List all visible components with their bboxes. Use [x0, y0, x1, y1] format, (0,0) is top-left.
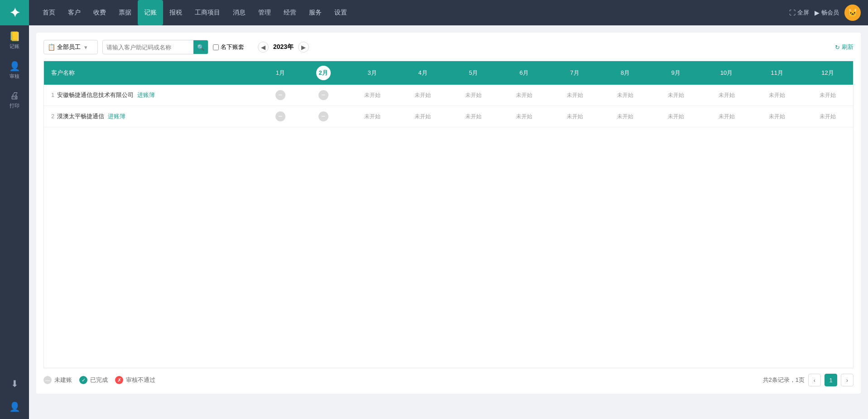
content-area: 📋 全部员工 ▾ 🔍 名下账套 ◀ — [29, 25, 868, 419]
status-cell: − — [300, 106, 347, 127]
nav-item-settings[interactable]: 设置 — [328, 0, 353, 25]
legend-label-not-built: 未建账 — [54, 376, 72, 384]
col-m3: 3月 — [347, 61, 398, 85]
sidebar-item-label-ledger: 记账 — [10, 43, 19, 50]
col-m7: 7月 — [550, 61, 600, 85]
status-cell: 未开始 — [600, 85, 651, 106]
sidebar-item-audit[interactable]: 👤 审核 — [0, 55, 29, 85]
support-icon: 👤 — [9, 401, 20, 412]
customer-name-cell: 1安徽畅捷通信息技术有限公司进账簿 — [44, 85, 261, 106]
current-page-button[interactable]: 1 — [825, 374, 837, 386]
nav-item-operation[interactable]: 经营 — [277, 0, 303, 25]
status-not-started: 未开始 — [415, 113, 431, 120]
status-minus-icon: − — [318, 111, 328, 121]
col-m6: 6月 — [499, 61, 550, 85]
sidebar-item-ledger[interactable]: 📒 记账 — [0, 25, 29, 55]
status-cell: 未开始 — [448, 85, 499, 106]
employee-select[interactable]: 📋 全部员工 ▾ — [43, 40, 98, 54]
audit-icon: 👤 — [9, 61, 20, 72]
main-card: 📋 全部员工 ▾ 🔍 名下账套 ◀ — [36, 33, 861, 394]
status-not-started: 未开始 — [617, 92, 633, 98]
legend-label-done: 已完成 — [90, 376, 108, 384]
status-cell: 未开始 — [701, 106, 752, 127]
col-m11: 11月 — [752, 61, 802, 85]
search-input-wrap: 🔍 — [102, 40, 208, 54]
next-year-button[interactable]: ▶ — [298, 42, 309, 53]
prev-year-button[interactable]: ◀ — [258, 42, 269, 53]
status-cell: 未开始 — [651, 106, 701, 127]
status-not-started: 未开始 — [820, 113, 836, 120]
status-cell: 未开始 — [550, 85, 600, 106]
status-not-started: 未开始 — [769, 113, 785, 120]
nav-item-business[interactable]: 工商项目 — [188, 0, 227, 25]
table-header-row: 客户名称 1月 2月 3月 4月 — [44, 61, 853, 85]
footer: — 未建账 ✓ 已完成 ✗ 审核不通过 共2条记录，1 — [43, 368, 854, 386]
next-page-icon: › — [846, 377, 848, 384]
prev-page-button[interactable]: ‹ — [808, 374, 821, 386]
col-m9: 9月 — [651, 61, 701, 85]
nav-item-billing[interactable]: 收费 — [87, 0, 112, 25]
legend-rejected: ✗ 审核不通过 — [115, 376, 155, 384]
status-cell: 未开始 — [802, 85, 853, 106]
sidebar-item-print[interactable]: 🖨 打印 — [0, 85, 29, 115]
col-m1: 1月 — [261, 61, 300, 85]
table-row: 2漠澳太平畅捷通信进账簿−−未开始未开始未开始未开始未开始未开始未开始未开始未开… — [44, 106, 853, 127]
nav-item-customer[interactable]: 客户 — [62, 0, 87, 25]
vip-button[interactable]: ▶ 畅会员 — [815, 9, 839, 17]
next-page-button[interactable]: › — [841, 374, 854, 386]
fullscreen-button[interactable]: ⛶ 全屏 — [789, 9, 809, 17]
nav-item-service[interactable]: 服务 — [303, 0, 328, 25]
enter-ledger-link[interactable]: 进账簿 — [137, 92, 155, 98]
status-cell: 未开始 — [651, 85, 701, 106]
status-minus-icon: − — [318, 90, 328, 100]
status-not-started: 未开始 — [668, 92, 684, 98]
status-cell: 未开始 — [550, 106, 600, 127]
employee-select-label: 全部员工 — [57, 43, 81, 51]
topnav: 首页 客户 收费 票据 记账 报税 工商项目 消息 管理 经营 服务 — [29, 0, 868, 25]
checkbox-label: 名下账套 — [221, 43, 244, 51]
pagination-info: 共2条记录，1页 — [763, 376, 805, 384]
checkbox-wrap: 名下账套 — [213, 43, 244, 51]
status-cell: 未开始 — [600, 106, 651, 127]
customer-name: 漠澳太平畅捷通信 — [57, 113, 104, 120]
ledger-table: 客户名称 1月 2月 3月 4月 — [44, 61, 853, 127]
sidebar-item-download[interactable]: ⬇ — [0, 373, 29, 396]
right-arrow-icon: ▶ — [301, 44, 306, 51]
col-m5: 5月 — [448, 61, 499, 85]
status-cell: − — [300, 85, 347, 106]
status-cell: − — [261, 85, 300, 106]
nav-item-invoice[interactable]: 票据 — [112, 0, 138, 25]
ledger-icon: 📒 — [9, 31, 20, 42]
status-not-started: 未开始 — [364, 92, 381, 98]
avatar[interactable]: 🐱 — [844, 5, 861, 21]
status-not-started: 未开始 — [415, 92, 431, 98]
sidebar-item-support[interactable]: 👤 — [0, 396, 29, 419]
legend-dot-teal: ✓ — [79, 376, 87, 384]
status-cell: 未开始 — [752, 85, 802, 106]
search-button[interactable]: 🔍 — [193, 40, 208, 54]
status-not-started: 未开始 — [567, 113, 583, 120]
col-m12: 12月 — [802, 61, 853, 85]
enter-ledger-link[interactable]: 进账簿 — [108, 113, 125, 120]
nav-item-home[interactable]: 首页 — [36, 0, 62, 25]
status-cell: 未开始 — [398, 106, 448, 127]
nav-item-message[interactable]: 消息 — [227, 0, 252, 25]
nav-item-manage[interactable]: 管理 — [252, 0, 277, 25]
fullscreen-icon: ⛶ — [789, 9, 796, 16]
nav-item-ledger[interactable]: 记账 — [138, 0, 163, 25]
legend-done: ✓ 已完成 — [79, 376, 108, 384]
row-index: 2 — [51, 113, 54, 120]
status-cell: 未开始 — [752, 106, 802, 127]
print-icon: 🖨 — [10, 91, 19, 101]
customer-name-cell: 2漠澳太平畅捷通信进账簿 — [44, 106, 261, 127]
nav-item-tax[interactable]: 报税 — [163, 0, 188, 25]
prev-page-icon: ‹ — [814, 377, 815, 384]
refresh-button[interactable]: ↻ 刷新 — [835, 43, 854, 51]
pagination: 共2条记录，1页 ‹ 1 › — [763, 374, 854, 386]
col-name: 客户名称 — [44, 61, 261, 85]
sidebar-logo: ✦ — [0, 0, 29, 25]
subaccount-checkbox[interactable] — [213, 44, 219, 50]
status-not-started: 未开始 — [516, 92, 532, 98]
table-wrap: 客户名称 1月 2月 3月 4月 — [43, 61, 854, 368]
search-input[interactable] — [103, 44, 193, 51]
